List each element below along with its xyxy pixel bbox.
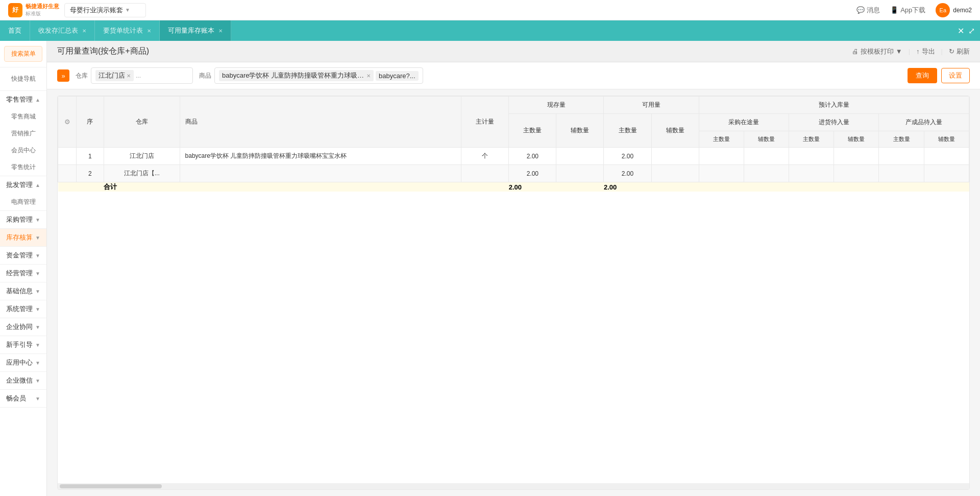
close-all-tabs-icon[interactable]: ✕ — [958, 26, 964, 36]
message-button[interactable]: 💬 消息 — [856, 6, 880, 15]
th-available-main: 主数量 — [604, 114, 651, 148]
company-selector[interactable]: 母婴行业演示账套 ▼ — [64, 3, 146, 17]
td-product: babycare学饮杯 儿童防摔防撞吸管杯重力球吸嘴杯宝宝水杯 — [180, 148, 461, 165]
td-no: 1 — [77, 148, 104, 165]
tab-order-stats[interactable]: 要货单统计表 ✕ — [95, 20, 160, 41]
th-stock-sub: 辅数量 — [556, 114, 604, 148]
chevron-icon: ▼ — [35, 235, 40, 241]
sidebar-section-basic-header[interactable]: 基础信息 ▼ — [0, 282, 46, 300]
data-table: ⚙ 序 仓库 商品 主计量 现存量 可用量 预计入库量 主数量 辅数量 主数量 — [58, 96, 969, 192]
sidebar-section-wholesale-header[interactable]: 批发管理 ▲ — [0, 176, 46, 194]
th-incoming-group: 进货待入量 — [789, 114, 879, 131]
th-product-main: 主数量 — [879, 131, 924, 148]
chevron-down-icon: ▼ — [896, 48, 902, 55]
filter-warehouse-input[interactable]: 江北门店 ✕ ... — [91, 67, 193, 84]
expand-icon[interactable]: ⤢ — [968, 26, 975, 36]
sidebar-section-collab: 企业协同 ▼ — [0, 318, 46, 336]
search-menu-button[interactable]: 搜索菜单 — [4, 46, 42, 62]
tab-available-stock[interactable]: 可用量库存账本 ✕ — [160, 20, 231, 41]
logo-icon: 好 — [8, 3, 22, 17]
th-stock-main: 主数量 — [509, 114, 556, 148]
chevron-icon: ▲ — [35, 182, 40, 188]
table-footer: 合计 2.00 2.00 — [58, 182, 969, 192]
th-incoming-sub: 辅数量 — [834, 131, 879, 148]
sidebar-item-ecommerce[interactable]: 电商管理 — [0, 194, 46, 210]
sidebar-item-quick-nav[interactable]: 快捷导航 — [0, 70, 46, 87]
remove-warehouse-tag[interactable]: ✕ — [127, 73, 131, 79]
sidebar-item-retail-mall[interactable]: 零售商城 — [0, 108, 46, 125]
filter-warehouse-more[interactable]: ... — [136, 72, 141, 79]
sidebar-section-finance: 资金管理 ▼ — [0, 247, 46, 265]
th-unit: 主计量 — [461, 97, 509, 148]
sidebar-section-finance-header[interactable]: 资金管理 ▼ — [0, 247, 46, 264]
query-button[interactable]: 查询 — [908, 68, 937, 83]
user-area[interactable]: Ea demo2 — [936, 3, 972, 17]
sidebar-section-retail-header[interactable]: 零售管理 ▲ — [0, 91, 46, 108]
sidebar-section-system-header[interactable]: 系统管理 ▼ — [0, 300, 46, 318]
th-available-sub: 辅数量 — [651, 114, 699, 148]
filter-product-label: 商品 — [199, 72, 211, 80]
chevron-icon: ▼ — [35, 253, 40, 258]
td-product — [180, 165, 461, 182]
table-scrollbar[interactable] — [58, 483, 969, 489]
sidebar-section-inventory-header[interactable]: 库存核算 ▼ — [0, 229, 46, 246]
td-stock-main: 2.00 — [509, 165, 556, 182]
page-header: 可用量查询(按仓库+商品) 🖨 按模板打印 ▼ | ↑ 导出 | ↻ 刷新 — [47, 41, 980, 62]
tab-receipts-close[interactable]: ✕ — [82, 28, 86, 34]
chevron-icon: ▼ — [35, 378, 40, 384]
sidebar-item-member-center[interactable]: 会员中心 — [0, 142, 46, 159]
avatar: Ea — [936, 3, 950, 17]
table-body: 1 江北门店 babycare学饮杯 儿童防摔防撞吸管杯重力球吸嘴杯宝宝水杯 个… — [58, 148, 969, 182]
refresh-button[interactable]: ↻ 刷新 — [949, 47, 970, 56]
th-product-sub: 辅数量 — [924, 131, 969, 148]
th-stock-group: 现存量 — [509, 97, 604, 114]
tab-available-stock-close[interactable]: ✕ — [218, 28, 223, 34]
chevron-icon: ▼ — [35, 396, 40, 401]
tab-receipts[interactable]: 收发存汇总表 ✕ — [30, 20, 95, 41]
td-stock-main: 2.00 — [509, 148, 556, 165]
th-settings: ⚙ — [58, 97, 77, 148]
remove-product-tag-0[interactable]: ✕ — [366, 73, 371, 79]
td-product-main — [879, 165, 924, 182]
col-settings-icon[interactable]: ⚙ — [64, 118, 70, 126]
sidebar-section-newbie: 新手引导 ▼ — [0, 336, 46, 354]
sidebar-nav: 快捷导航 — [0, 67, 46, 91]
top-bar: 好 畅捷通好生意 标准版 母婴行业演示账套 ▼ 💬 消息 📱 App下载 Ea … — [0, 0, 980, 20]
footer-label: 合计 — [104, 182, 508, 192]
filter-expand-button[interactable]: » — [57, 69, 69, 82]
top-bar-right: 💬 消息 📱 App下载 Ea demo2 — [856, 3, 972, 17]
sidebar-item-retail-stats[interactable]: 零售统计 — [0, 159, 46, 176]
sidebar-section-wholesale: 批发管理 ▲ 电商管理 — [0, 176, 46, 211]
sidebar-section-operations-header[interactable]: 经营管理 ▼ — [0, 265, 46, 282]
td-warehouse: 江北门店【... — [104, 165, 180, 182]
sidebar-section-apps-header[interactable]: 应用中心 ▼ — [0, 354, 46, 371]
chevron-icon: ▼ — [35, 289, 40, 294]
print-button[interactable]: 🖨 按模板打印 ▼ — [852, 47, 902, 56]
sidebar-section-system: 系统管理 ▼ — [0, 300, 46, 318]
scroll-thumb[interactable] — [60, 484, 162, 488]
td-incoming-main — [789, 165, 834, 182]
sidebar-section-purchase-header[interactable]: 采购管理 ▼ — [0, 211, 46, 228]
th-purchase-main: 主数量 — [699, 131, 744, 148]
td-incoming-sub — [834, 148, 879, 165]
footer-stock-main: 2.00 — [509, 182, 556, 192]
tab-order-stats-close[interactable]: ✕ — [147, 28, 151, 34]
app-download-button[interactable]: 📱 App下载 — [890, 6, 925, 15]
chevron-icon: ▼ — [35, 217, 40, 223]
export-icon: ↑ — [916, 48, 920, 55]
tab-home[interactable]: 首页 — [0, 20, 30, 41]
filter-warehouse-group: 仓库 江北门店 ✕ ... — [76, 67, 193, 84]
sidebar-section-member-header[interactable]: 畅会员 ▼ — [0, 390, 46, 407]
filter-bar: » 仓库 江北门店 ✕ ... 商品 babycare学饮杯 儿童防摔防撞吸管杯… — [47, 62, 980, 89]
sidebar-section-wechat-header[interactable]: 企业微信 ▼ — [0, 372, 46, 389]
filter-product-tag-0: babycare学饮杯 儿童防摔防撞吸管杯重力球吸嘴杯宝宝水杯 ✕ — [219, 70, 374, 81]
sidebar-section-basic: 基础信息 ▼ — [0, 282, 46, 300]
sidebar-section-collab-header[interactable]: 企业协同 ▼ — [0, 318, 46, 336]
tab-bar-actions: ✕ ⤢ — [958, 20, 980, 41]
export-button[interactable]: ↑ 导出 — [916, 47, 935, 56]
filter-product-input[interactable]: babycare学饮杯 儿童防摔防撞吸管杯重力球吸嘴杯宝宝水杯 ✕ babyca… — [214, 67, 423, 84]
sidebar-section-newbie-header[interactable]: 新手引导 ▼ — [0, 336, 46, 353]
th-incoming-main: 主数量 — [789, 131, 834, 148]
sidebar-item-marketing[interactable]: 营销推广 — [0, 125, 46, 142]
settings-button[interactable]: 设置 — [941, 68, 970, 83]
